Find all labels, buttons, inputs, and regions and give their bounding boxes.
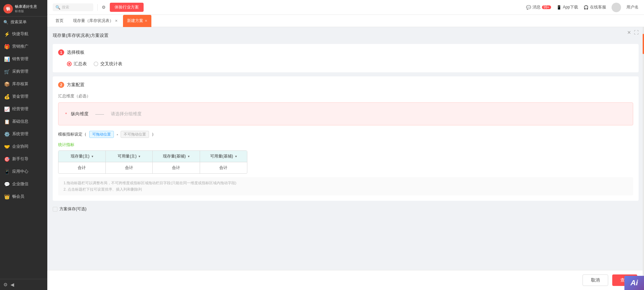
sidebar-item-sales[interactable]: 📊 销售管理: [0, 53, 47, 65]
step1-badge: 1: [58, 49, 64, 55]
sidebar-item-label: 库存核算: [12, 81, 28, 87]
sidebar-item-basic-info[interactable]: 📋 基础信息: [0, 115, 47, 128]
template-cross-label: 交叉统计表: [100, 61, 122, 67]
dimension-box[interactable]: * 纵向维度 —— 请选择分组维度: [58, 102, 633, 125]
tab-home[interactable]: 首页: [51, 15, 68, 27]
tab-inventory-status[interactable]: 现存量（库存状况表） ✕: [69, 15, 122, 27]
scroll-thumb: [643, 34, 644, 54]
indicator-settings-sep: ▪: [117, 132, 118, 137]
sidebar-item-purchase[interactable]: 🛒 采购管理: [0, 65, 47, 78]
stats-col1-label: 现存量(主): [71, 153, 90, 159]
sales-icon: 📊: [4, 56, 9, 62]
search-label: 搜索菜单: [10, 19, 27, 25]
save-checkbox[interactable]: [53, 207, 57, 212]
message-icon: 💬: [526, 5, 531, 10]
sidebar-item-new-guide[interactable]: 🎯 新手引导: [0, 153, 47, 165]
app-name-block: 畅康通好生意 标准版: [15, 4, 37, 13]
dimension-required-label: 汇总维度（必选）: [58, 93, 633, 99]
stats-table: 现存量(主) ▾ 可用量(主) ▾ 现存量(基辅) ▾ 可用量(基辅): [58, 150, 247, 174]
quick-nav-icon: ⚡: [4, 31, 9, 37]
tab-inventory-status-label: 现存量（库存状况表）: [73, 18, 114, 24]
user-avatar[interactable]: [612, 3, 621, 12]
sidebar-item-finance[interactable]: 💰 资金管理: [0, 90, 47, 103]
collapse-icon[interactable]: ◀: [10, 282, 14, 287]
sidebar-item-wechat[interactable]: 💬 企业微信: [0, 178, 47, 190]
step2-section: 2 方案配置 汇总维度（必选） * 纵向维度 —— 请选择分组维度 模板指标设定…: [53, 76, 639, 201]
sidebar-item-operations[interactable]: 📈 经营管理: [0, 103, 47, 115]
tips-box: 1.拖动标题栏可以调整布局，不可跨维度或指标区域拖动栏目字段(只能在同一维度或指…: [58, 177, 633, 195]
vertical-dimension-label: 纵向维度: [71, 111, 89, 117]
sidebar-item-marketing[interactable]: 🎁 营销推广: [0, 40, 47, 53]
tab-home-label: 首页: [55, 18, 64, 24]
sidebar-item-label: 企业微信: [12, 181, 28, 187]
basic-info-icon: 📋: [4, 119, 9, 124]
tabbar: 首页 现存量（库存状况表） ✕ 新建方案 ✕: [47, 15, 644, 27]
online-service-button[interactable]: 🎧 在线客服: [584, 4, 606, 10]
stats-col1-header[interactable]: 现存量(主) ▾: [58, 151, 106, 162]
sidebar-item-inventory[interactable]: 📦 库存核算: [0, 78, 47, 90]
stats-col3-value: 合计: [153, 162, 200, 173]
template-cross-radio[interactable]: [94, 62, 98, 66]
sidebar-item-label: 企业协同: [12, 144, 28, 149]
indicator-settings-label: 模板指标设定（: [58, 131, 86, 137]
app-edition: 标准版: [15, 9, 37, 14]
ai-badge[interactable]: Ai: [624, 276, 644, 290]
sidebar-item-enterprise[interactable]: 🤝 企业协同: [0, 140, 47, 153]
fixed-tag: 不可拖动位置: [121, 131, 149, 138]
col2-chevron-icon[interactable]: ▾: [139, 154, 140, 158]
tab-inventory-status-close[interactable]: ✕: [115, 19, 118, 23]
sidebar-footer: ⚙ ◀: [0, 279, 47, 290]
dimension-placeholder: 请选择分组维度: [111, 111, 142, 117]
tab-new-plan[interactable]: 新建方案 ✕: [123, 15, 151, 27]
sidebar-item-app-center[interactable]: 📱 应用中心: [0, 165, 47, 178]
stats-col2-value: 合计: [106, 162, 153, 173]
app-download-icon: 📱: [556, 5, 562, 10]
search-icon: 🔍: [3, 20, 8, 25]
step1-header: 1 选择模板: [58, 49, 633, 55]
sidebar-item-label: 快捷导航: [12, 31, 28, 37]
col4-chevron-icon[interactable]: ▾: [235, 154, 237, 158]
app-download-button[interactable]: 📱 App下载: [556, 4, 578, 10]
draggable-tag: 可拖动位置: [89, 131, 114, 138]
wechat-icon: 💬: [4, 182, 9, 187]
settings-gear-icon[interactable]: ⚙: [102, 5, 106, 10]
scroll-indicator: [643, 27, 644, 290]
sidebar-item-label: 销售管理: [12, 56, 28, 62]
topbar-search-box[interactable]: 🔍 搜索: [53, 3, 93, 11]
app-name: 畅康通好生意: [15, 4, 37, 9]
sidebar-item-label: 营销推广: [12, 44, 28, 49]
marketing-icon: 🎁: [4, 44, 9, 49]
stats-col4-header[interactable]: 可用量(基辅) ▾: [200, 151, 247, 162]
settings-icon[interactable]: ⚙: [3, 282, 8, 287]
template-cross-option[interactable]: 交叉统计表: [94, 61, 122, 67]
sidebar-item-label: 采购管理: [12, 69, 28, 74]
new-guide-icon: 🎯: [4, 156, 9, 162]
sidebar-item-member[interactable]: 👑 畅会员: [0, 190, 47, 203]
save-label: 方案保存(可选): [59, 206, 86, 212]
inventory-icon: 📦: [4, 81, 9, 87]
step2-badge: 2: [58, 82, 64, 88]
template-summary-option[interactable]: 汇总表: [67, 61, 87, 67]
tip2: 2. 点击标题栏下拉可设置排序、插入列和删除列: [64, 187, 628, 192]
cancel-button[interactable]: 取消: [583, 274, 608, 286]
tab-new-plan-close[interactable]: ✕: [145, 19, 147, 23]
sidebar-search[interactable]: 🔍 搜索菜单: [0, 17, 47, 28]
sidebar-item-system[interactable]: ⚙️ 系统管理: [0, 128, 47, 140]
message-button[interactable]: 💬 消息 99+: [526, 4, 551, 10]
stats-col3-header[interactable]: 现存量(基辅) ▾: [153, 151, 200, 162]
app-download-label: App下载: [563, 4, 578, 10]
sidebar-item-label: 资金管理: [12, 94, 28, 99]
stats-col1-value: 合计: [58, 162, 106, 173]
logo-icon: 畅: [3, 4, 13, 14]
col1-chevron-icon[interactable]: ▾: [92, 154, 93, 158]
col3-chevron-icon[interactable]: ▾: [188, 154, 190, 158]
template-summary-radio[interactable]: [67, 62, 72, 66]
app-center-icon: 📱: [4, 169, 9, 174]
save-option: 方案保存(可选): [53, 206, 639, 212]
experience-industry-button[interactable]: 体验行业方案: [110, 3, 144, 12]
sidebar: 畅 畅康通好生意 标准版 🔍 搜索菜单 ⚡ 快捷导航 🎁 营销推广 📊 销售管理…: [0, 0, 47, 290]
step2-title: 方案配置: [67, 82, 84, 88]
sidebar-item-quick-nav[interactable]: ⚡ 快捷导航: [0, 28, 47, 40]
member-icon: 👑: [4, 194, 9, 199]
stats-col2-header[interactable]: 可用量(主) ▾: [106, 151, 153, 162]
